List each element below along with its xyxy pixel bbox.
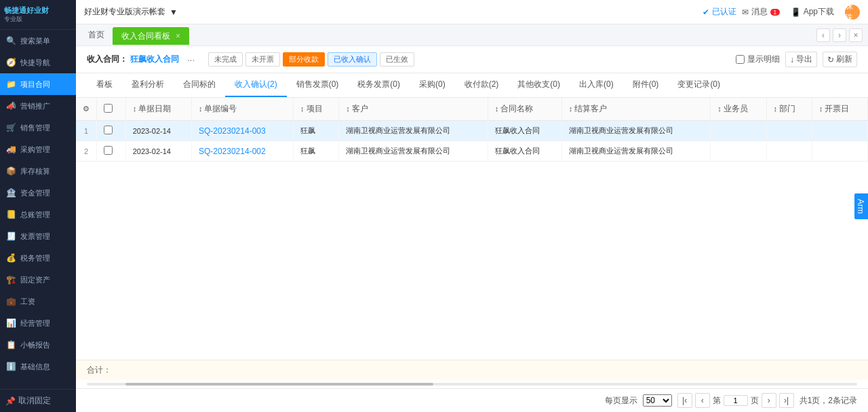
tab-sales-invoice[interactable]: 销售发票(0) <box>287 73 349 97</box>
sidebar-item-quicknav[interactable]: 🧭 快捷导航 <box>0 52 76 73</box>
close-tab-icon[interactable]: × <box>176 31 180 41</box>
sidebar-item-purchase[interactable]: 🚚 采购管理 <box>0 138 76 160</box>
tab-warehouse[interactable]: 出入库(0) <box>570 73 623 97</box>
next-tab-button[interactable]: › <box>833 29 846 42</box>
more-options-button[interactable]: ··· <box>187 54 195 65</box>
sidebar-item-search[interactable]: 🔍 搜索菜单 <box>0 30 76 52</box>
sidebar-item-salary[interactable]: 💼 工资 <box>0 291 76 312</box>
sidebar-item-asset[interactable]: 🏗️ 固定资产 <box>0 269 76 291</box>
message-badge: 1 <box>770 9 780 16</box>
per-page-select[interactable]: 20 50 100 <box>643 394 672 407</box>
sidebar-item-management[interactable]: 📊 经营管理 <box>0 312 76 334</box>
prev-tab-button[interactable]: ‹ <box>816 29 830 42</box>
number-link[interactable]: SQ-20230214-003 <box>199 126 266 136</box>
status-incomplete[interactable]: 未完成 <box>208 52 243 67</box>
float-btn-label[interactable]: Arm <box>854 193 868 219</box>
contract-column-header[interactable]: ↕ 合同名称 <box>488 98 561 121</box>
company-selector[interactable]: 好业财专业版演示帐套 ▼ <box>84 6 697 18</box>
row-number: SQ-20230214-003 <box>191 121 293 141</box>
close-tab-button[interactable]: × <box>849 29 863 42</box>
box-icon: 📦 <box>5 166 16 176</box>
first-page-button[interactable]: |‹ <box>677 393 692 408</box>
col-open-date-label: 开票日 <box>825 104 849 113</box>
tab-income-confirm[interactable]: 收入确认(2) <box>225 73 287 97</box>
content: 收入合同： 狂飙收入合同 ··· 未完成 未开票 部分收款 已收入确认 已生效 … <box>76 46 868 412</box>
tab-tax-invoice[interactable]: 税务发票(0) <box>348 73 410 97</box>
status-partial-received[interactable]: 部分收款 <box>283 52 325 67</box>
avatar[interactable]: 珠珠 <box>845 5 860 20</box>
col-number-label: 单据编号 <box>204 104 237 113</box>
status-uninvoiced[interactable]: 未开票 <box>245 52 280 67</box>
tab-changes[interactable]: 变更记录(0) <box>668 73 730 97</box>
inner-tabs: 看板 盈利分析 合同标的 收入确认(2) 销售发票(0) 税务发票(0) 采购(… <box>76 73 868 98</box>
refresh-button[interactable]: ↻ 刷新 <box>823 52 857 67</box>
show-detail-checkbox[interactable]: 显示明细 <box>736 54 780 65</box>
sidebar-item-label: 库存核算 <box>20 166 50 176</box>
table-row[interactable]: 2 2023-02-14 SQ-20230214-002 狂飙 湖南卫视商业运营… <box>76 141 868 162</box>
tabbar: 首页 收入合同看板 × ‹ › × <box>76 24 868 46</box>
tab-contract-items[interactable]: 合同标的 <box>174 73 225 97</box>
info-icon: ℹ️ <box>5 361 16 372</box>
app-download-button[interactable]: 📱 App下载 <box>791 6 834 18</box>
show-detail-input[interactable] <box>736 55 745 64</box>
sidebar-item-invoice[interactable]: 🧾 发票管理 <box>0 225 76 247</box>
project-column-header[interactable]: ↕ 项目 <box>294 98 339 121</box>
row-project: 狂飙 <box>294 121 339 141</box>
tab-purchase[interactable]: 采购(0) <box>410 73 455 97</box>
table-body: 1 2023-02-14 SQ-20230214-003 狂飙 湖南卫视商业运营… <box>76 121 868 162</box>
sidebar-item-finance[interactable]: 🏦 资金管理 <box>0 182 76 204</box>
page-input[interactable] <box>724 395 748 406</box>
scrollbar-thumb[interactable] <box>125 383 433 386</box>
number-link[interactable]: SQ-20230214-002 <box>199 147 266 156</box>
tab-attachment[interactable]: 附件(0) <box>623 73 669 97</box>
settings-column-header[interactable]: ⚙ <box>76 98 97 121</box>
prev-page-button[interactable]: ‹ <box>695 393 710 408</box>
row-num: 2 <box>76 141 97 162</box>
tab-payment[interactable]: 收付款(2) <box>455 73 509 97</box>
sidebar-item-label: 发票管理 <box>20 231 50 242</box>
tab-kanban[interactable]: 看板 <box>87 73 122 97</box>
truck-icon: 🚚 <box>5 144 16 155</box>
report-icon: 📋 <box>5 339 16 350</box>
sidebar-item-label: 快捷导航 <box>20 58 50 68</box>
customer-column-header[interactable]: ↕ 客户 <box>339 98 488 121</box>
col-project-label: 项目 <box>307 104 323 113</box>
select-all-checkbox[interactable] <box>104 104 113 113</box>
pin-button[interactable]: 📌 取消固定 <box>0 389 76 412</box>
salesperson-column-header[interactable]: ↕ 业务员 <box>711 98 766 121</box>
table-row[interactable]: 1 2023-02-14 SQ-20230214-003 狂飙 湖南卫视商业运营… <box>76 121 868 141</box>
tab-profit[interactable]: 盈利分析 <box>122 73 174 97</box>
status-confirmed[interactable]: 已收入确认 <box>328 52 377 67</box>
export-button[interactable]: ↓ 导出 <box>785 52 817 67</box>
row-department <box>766 141 812 162</box>
row-customer: 湖南卫视商业运营发展有限公司 <box>339 141 488 162</box>
sidebar-item-ledger[interactable]: 📒 总账管理 <box>0 204 76 225</box>
sidebar-item-inventory[interactable]: 📦 库存核算 <box>0 160 76 182</box>
right-float-button[interactable]: Arm <box>854 193 868 219</box>
contract-board-tab[interactable]: 收入合同看板 × <box>113 27 189 45</box>
status-effective[interactable]: 已生效 <box>380 52 414 67</box>
sidebar-item-tax[interactable]: 💰 税务管理 <box>0 247 76 269</box>
number-column-header[interactable]: ↕ 单据编号 <box>191 98 293 121</box>
sidebar-item-sales[interactable]: 🛒 销售管理 <box>0 117 76 138</box>
sidebar-item-project[interactable]: 📁 项目合同 <box>0 73 76 95</box>
row-checkbox[interactable] <box>97 121 126 141</box>
open-date-column-header[interactable]: ↕ 开票日 <box>812 98 867 121</box>
col-customer-label: 客户 <box>352 104 368 113</box>
department-column-header[interactable]: ↕ 部门 <box>766 98 812 121</box>
next-page-button[interactable]: › <box>762 393 776 408</box>
sidebar-item-marketing[interactable]: 📣 营销推广 <box>0 95 76 117</box>
row-checkbox[interactable] <box>97 141 126 162</box>
sidebar-item-report[interactable]: 📋 小畅报告 <box>0 334 76 356</box>
home-tab[interactable]: 首页 <box>81 26 111 43</box>
date-column-header[interactable]: ↕ 单据日期 <box>125 98 191 121</box>
sidebar-item-basic-info[interactable]: ℹ️ 基础信息 <box>0 356 76 377</box>
col-salesperson-label: 业务员 <box>724 104 748 113</box>
message-button[interactable]: ✉ 消息 1 <box>742 6 780 18</box>
scrollbar-container[interactable] <box>76 380 868 388</box>
checkbox-column-header[interactable] <box>97 98 126 121</box>
tab-other[interactable]: 其他收支(0) <box>508 73 570 97</box>
topbar: 好业财专业版演示帐套 ▼ ✔ 已认证 ✉ 消息 1 📱 App下载 珠珠 <box>76 0 868 24</box>
billing-customer-column-header[interactable]: ↕ 结算客户 <box>561 98 710 121</box>
last-page-button[interactable]: ›| <box>779 393 794 408</box>
